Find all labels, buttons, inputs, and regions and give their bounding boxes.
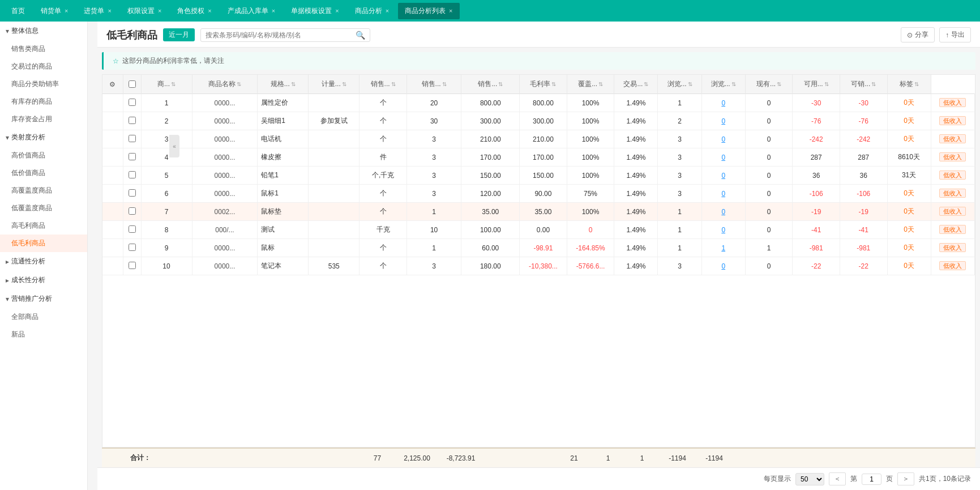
row-sales-qty: 3 <box>406 185 461 203</box>
row-browse1[interactable]: 0 <box>701 167 745 185</box>
close-icon[interactable]: × <box>158 7 161 14</box>
page-number-input[interactable] <box>862 474 881 485</box>
row-checkbox[interactable] <box>129 225 136 233</box>
row-checkbox[interactable] <box>129 153 136 160</box>
row-checkbox[interactable] <box>129 99 136 106</box>
row-sales-qty: 30 <box>406 112 461 130</box>
row-code: 0000... <box>192 239 258 257</box>
col-browse2[interactable]: 浏览...⇅ <box>701 75 745 94</box>
col-settings[interactable]: ⚙ <box>102 75 123 94</box>
sidebar-item-high-margin[interactable]: 高毛利商品 <box>0 217 87 235</box>
close-icon[interactable]: × <box>272 7 275 14</box>
close-icon[interactable]: × <box>208 7 211 14</box>
share-button[interactable]: ⊙ 分享 <box>901 27 935 42</box>
sidebar-group-marketing[interactable]: ▾ 营销推广分析 <box>0 289 87 308</box>
sidebar-item-low-coverage[interactable]: 低覆盖度商品 <box>0 199 87 217</box>
col-saleable[interactable]: 可销...⇅ <box>840 75 887 94</box>
row-checkbox[interactable] <box>129 244 136 251</box>
sidebar-item-low-margin[interactable]: 低毛利商品 <box>0 235 87 252</box>
export-button[interactable]: ↑ 导出 <box>939 27 971 42</box>
row-no: 2 <box>141 112 192 130</box>
row-checkbox[interactable] <box>129 262 136 269</box>
row-checkbox[interactable] <box>129 207 136 215</box>
row-unit: 个 <box>360 94 407 112</box>
sidebar-group-flow[interactable]: ▸ 流通性分析 <box>0 252 87 271</box>
nav-product-analysis[interactable]: 商品分析 × <box>348 3 396 19</box>
col-sales-price[interactable]: 销售...⇅ <box>406 75 461 94</box>
row-no: 4 <box>141 148 192 167</box>
nav-permission-settings[interactable]: 权限设置 × <box>121 3 168 19</box>
row-transaction: 1 <box>658 221 701 239</box>
row-browse1[interactable]: 0 <box>701 112 745 130</box>
filter-period-button[interactable]: 近一月 <box>163 28 195 41</box>
row-checkbox[interactable] <box>129 189 136 197</box>
nav-role-auth[interactable]: 角色授权 × <box>170 3 218 19</box>
close-icon[interactable]: × <box>335 7 339 14</box>
sidebar-item-high-value[interactable]: 高价值商品 <box>0 147 87 164</box>
col-sales-qty[interactable]: 销售...⇅ <box>360 75 407 94</box>
select-all-checkbox[interactable] <box>129 80 136 88</box>
row-browse1[interactable]: 0 <box>701 130 745 148</box>
nav-home[interactable]: 首页 <box>5 3 32 19</box>
row-available: -19 <box>840 203 887 221</box>
row-checkbox[interactable] <box>129 171 136 178</box>
col-unit[interactable]: 计量...⇅ <box>309 75 360 94</box>
nav-sales-order[interactable]: 销货单 × <box>34 3 75 19</box>
sidebar-item-stock-capital[interactable]: 库存资金占用 <box>0 110 87 128</box>
sidebar-group-overall[interactable]: ▾ 整体信息 <box>0 22 87 40</box>
sidebar-group-growth[interactable]: ▸ 成长性分析 <box>0 271 87 289</box>
row-browse1[interactable]: 0 <box>701 185 745 203</box>
col-browse1[interactable]: 浏览...⇅ <box>658 75 701 94</box>
row-checkbox[interactable] <box>129 117 136 124</box>
sidebar-item-traded-products[interactable]: 交易过的商品 <box>0 58 87 75</box>
row-checkbox[interactable] <box>129 135 136 142</box>
row-browse1[interactable]: 1 <box>701 239 745 257</box>
col-transaction[interactable]: 交易...⇅ <box>614 75 658 94</box>
col-sales-amount[interactable]: 销售...⇅ <box>461 75 520 94</box>
row-no: 3 <box>141 130 192 148</box>
row-browse1[interactable]: 0 <box>701 94 745 112</box>
col-spec[interactable]: 规格...⇅ <box>258 75 309 94</box>
sidebar-item-new-products[interactable]: 新品 <box>0 326 87 343</box>
nav-template-settings[interactable]: 单据模板设置 × <box>284 3 345 19</box>
row-browse1[interactable]: 0 <box>701 148 745 167</box>
sidebar-item-high-coverage[interactable]: 高覆盖度商品 <box>0 182 87 199</box>
sidebar-item-sales-products[interactable]: 销售类商品 <box>0 40 87 58</box>
sidebar-item-in-stock[interactable]: 有库存的商品 <box>0 93 87 110</box>
col-product-name[interactable]: 商品名称⇅ <box>192 75 258 94</box>
nav-product-inbound[interactable]: 产成品入库单 × <box>221 3 282 19</box>
nav-purchase-order[interactable]: 进货单 × <box>77 3 118 19</box>
settings-icon: ⚙ <box>109 80 115 88</box>
close-icon[interactable]: × <box>449 7 452 14</box>
row-browse1[interactable]: 0 <box>701 203 745 221</box>
products-table: ⚙ 商...⇅ 商品名称⇅ 规格...⇅ <box>102 75 975 275</box>
search-icon[interactable]: 🔍 <box>356 31 365 40</box>
search-input[interactable] <box>206 31 356 39</box>
col-tag[interactable]: 标签⇅ <box>887 75 931 94</box>
sidebar-item-all-products[interactable]: 全部商品 <box>0 308 87 326</box>
row-browse2: 0 <box>745 203 793 221</box>
row-browse1[interactable]: 0 <box>701 221 745 239</box>
col-coverage[interactable]: 覆盖...⇅ <box>567 75 614 94</box>
col-checkbox-all[interactable] <box>123 75 141 94</box>
row-unit: 个 <box>360 239 407 257</box>
row-browse1[interactable]: 0 <box>701 257 745 275</box>
row-spec <box>309 185 360 203</box>
col-product-code[interactable]: 商...⇅ <box>141 75 192 94</box>
sidebar-collapse-button[interactable]: « <box>169 135 179 157</box>
close-icon[interactable]: × <box>386 7 389 14</box>
row-coverage: 1.49% <box>614 94 658 112</box>
close-icon[interactable]: × <box>65 7 68 14</box>
page-size-select[interactable]: 50 100 200 <box>795 473 824 485</box>
row-settings <box>102 167 123 185</box>
col-current-stock[interactable]: 现有...⇅ <box>745 75 793 94</box>
close-icon[interactable]: × <box>108 7 111 14</box>
next-page-button[interactable]: ＞ <box>897 472 914 485</box>
prev-page-button[interactable]: ＜ <box>829 472 846 485</box>
sidebar-item-low-value[interactable]: 低价值商品 <box>0 164 87 182</box>
col-gross-margin[interactable]: 毛利率⇅ <box>520 75 567 94</box>
col-available[interactable]: 可用...⇅ <box>793 75 840 94</box>
sidebar-item-category-rate[interactable]: 商品分类助销率 <box>0 75 87 93</box>
sidebar-group-class-analysis[interactable]: ▾ 类射度分析 <box>0 128 87 147</box>
nav-product-analysis-list[interactable]: 商品分析列表 × <box>398 3 459 19</box>
